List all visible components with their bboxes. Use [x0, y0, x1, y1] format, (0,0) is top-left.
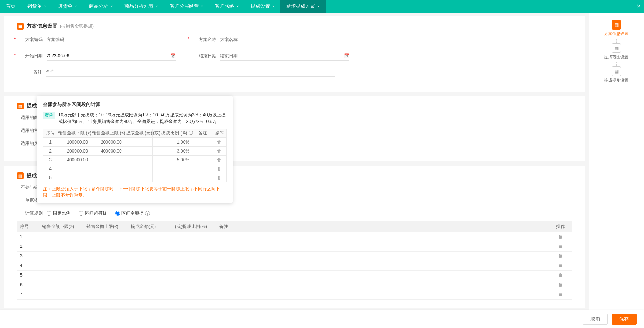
col-seq: 序号 [17, 221, 39, 232]
plan-name-label: 方案名称 [191, 37, 216, 43]
end-date-input[interactable] [220, 53, 349, 58]
panel-badge-icon: ▤ [17, 103, 24, 109]
tab-bar: 首页 销货单× 进货单× 商品分析× 商品分析列表× 客户分层经营× 客户联络×… [0, 0, 644, 13]
trash-icon[interactable]: 🗑 [558, 253, 563, 259]
calendar-icon[interactable]: 📅 [344, 53, 349, 58]
table-row: 3400000.005.00%🗑 [43, 156, 227, 164]
panel-plan-info: ▤ 方案信息设置 (按销售金额提成) 方案编码 方案名称 开始日期 [4, 16, 585, 92]
table-row[interactable]: 4🗑 [17, 261, 572, 270]
tab-home[interactable]: 首页 [0, 0, 21, 13]
popover-desc: 10万元以下无提成；10~20万元提成比例为1%；20~40万提成比例为3%；4… [58, 112, 227, 125]
table-row[interactable]: 1🗑 [17, 232, 572, 242]
close-icon[interactable]: × [317, 4, 319, 8]
pop-col-amount: 提成金额 (元) [126, 129, 153, 138]
anchor-rule-label: 提成规则设置 [604, 78, 628, 83]
anchor-scope[interactable]: ▦ 提成范围设置 [604, 43, 628, 60]
trash-icon[interactable]: 🗑 [217, 175, 222, 180]
panel-badge-icon: ▤ [17, 23, 24, 30]
col-high: 销售金额上限(≤) [83, 221, 128, 232]
anchor-line [616, 39, 617, 43]
radio-tier-excess[interactable]: 区间超额提 [79, 210, 107, 216]
close-icon[interactable]: × [75, 4, 77, 8]
table-row: 2200000.00400000.003.00%🗑 [43, 147, 227, 156]
tab-commission-setting[interactable]: 提成设置× [245, 0, 280, 13]
commission-tier-table: 序号 销售金额下限(>) 销售金额上限(≤) 提成金额(元) (或)提成比例(%… [17, 221, 572, 300]
tab-goods-list[interactable]: 商品分析列表× [119, 0, 164, 13]
info-icon[interactable]: ? [145, 211, 150, 216]
tab-sales[interactable]: 销货单× [21, 0, 52, 13]
close-icon[interactable]: × [201, 4, 203, 8]
pop-col-remark: 备注 [193, 129, 212, 138]
tab-customer-tier[interactable]: 客户分层经营× [164, 0, 209, 13]
anchor-info-label: 方案信息设置 [604, 31, 628, 37]
table-row[interactable]: 7🗑 [17, 290, 572, 299]
table-row: 1100000.00200000.001.00%🗑 [43, 138, 227, 147]
table-row[interactable]: 6🗑 [17, 280, 572, 290]
close-icon[interactable]: × [44, 4, 46, 8]
footer-bar: 取消 保存 [0, 310, 644, 328]
anchor-scope-label: 提成范围设置 [604, 54, 628, 60]
plan-code-label: 方案编码 [17, 37, 43, 43]
anchor-scope-icon: ▦ [612, 43, 621, 53]
trash-icon[interactable]: 🗑 [217, 157, 222, 163]
panel-subtitle: (按销售金额提成) [60, 23, 94, 30]
trash-icon[interactable]: 🗑 [558, 292, 563, 297]
end-date-label: 结束日期 [191, 53, 216, 59]
radio-tier-full[interactable]: 区间全额提? [115, 210, 150, 216]
calc-rule-label: 计算规则 [17, 210, 43, 216]
panel-title-text: 方案信息设置 [27, 23, 58, 30]
plan-code-input[interactable] [47, 37, 176, 42]
trash-icon[interactable]: 🗑 [558, 282, 563, 287]
table-row[interactable]: 2🗑 [17, 242, 572, 251]
pop-col-high: 销售金额上限 (≤) [92, 129, 126, 138]
col-low: 销售金额下限(>) [39, 221, 83, 232]
col-ratio: (或)提成比例(%) [172, 221, 216, 232]
radio-fixed[interactable]: 固定比例 [47, 210, 71, 216]
calendar-icon[interactable]: 📅 [170, 53, 176, 58]
calc-rule-row: 计算规则 固定比例 区间超额提 区间全额提? [17, 210, 572, 216]
close-icon[interactable]: × [236, 4, 239, 8]
example-tag: 案例 [43, 112, 55, 119]
cancel-button[interactable]: 取消 [583, 314, 608, 325]
remark-input[interactable] [46, 69, 335, 75]
pop-col-op: 操作 [212, 129, 227, 138]
col-remark: 备注 [216, 221, 549, 232]
tab-goods-analysis[interactable]: 商品分析× [83, 0, 119, 13]
anchor-rule-icon: ▦ [612, 66, 621, 76]
anchor-line [616, 62, 617, 66]
col-op: 操作 [549, 221, 572, 232]
table-row: 4🗑 [43, 164, 227, 173]
remark-label: 备注 [17, 69, 42, 75]
trash-icon[interactable]: 🗑 [558, 244, 563, 249]
table-row[interactable]: 5🗑 [17, 270, 572, 280]
pop-col-low: 销售金额下限 (>) [58, 129, 92, 138]
table-row: 5🗑 [43, 173, 227, 182]
trash-icon[interactable]: 🗑 [558, 273, 563, 278]
close-icon[interactable]: × [272, 4, 274, 8]
popover-title: 全额参与所在区间段的计算 [43, 101, 227, 108]
anchor-nav: ▦ 方案信息设置 ▦ 提成范围设置 ▦ 提成规则设置 [589, 13, 644, 328]
save-button[interactable]: 保存 [612, 314, 637, 325]
tab-customer-contact[interactable]: 客户联络× [209, 0, 244, 13]
anchor-info[interactable]: ▦ 方案信息设置 [604, 20, 628, 37]
trash-icon[interactable]: 🗑 [558, 263, 563, 268]
trash-icon[interactable]: 🗑 [217, 140, 222, 145]
anchor-rule[interactable]: ▦ 提成规则设置 [604, 66, 628, 83]
close-all-icon[interactable]: × [637, 0, 640, 13]
table-row[interactable]: 3🗑 [17, 251, 572, 261]
popover-note: 注：上限必须大于下限；多个阶梯时，下一个阶梯下限要等于前一阶梯上限；不同行之间下… [43, 186, 227, 198]
col-amount: 提成金额(元) [128, 221, 172, 232]
start-date-label: 开始日期 [17, 53, 43, 59]
tab-purchase[interactable]: 进货单× [52, 0, 83, 13]
pop-col-ratio: (或) 提成比例 (%) ⓘ [153, 129, 193, 138]
trash-icon[interactable]: 🗑 [558, 234, 563, 239]
trash-icon[interactable]: 🗑 [217, 166, 222, 171]
start-date-input[interactable] [47, 53, 176, 58]
trash-icon[interactable]: 🗑 [217, 148, 222, 154]
panel-badge-icon: ▤ [17, 172, 24, 179]
plan-name-input[interactable] [220, 37, 349, 42]
close-icon[interactable]: × [155, 4, 158, 8]
tab-new-commission-plan[interactable]: 新增提成方案× [280, 0, 325, 13]
close-icon[interactable]: × [110, 4, 113, 8]
example-table: 序号 销售金额下限 (>) 销售金额上限 (≤) 提成金额 (元) (或) 提成… [43, 129, 227, 182]
